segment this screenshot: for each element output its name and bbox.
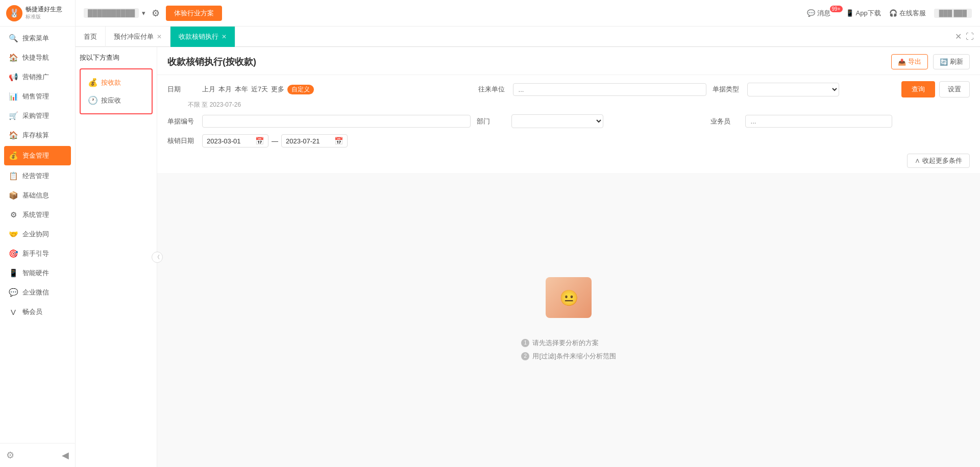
no-limit-label: 不限 至 2023-07-26 [188,101,241,108]
shortcut-last-month[interactable]: 上月 [202,85,215,94]
sidebar-item-wechat[interactable]: 💬 企业微信 [0,283,75,302]
sidebar-item-hardware[interactable]: 📱 智能硬件 [0,263,75,283]
sidebar-item-management[interactable]: 📋 经营管理 [0,166,75,186]
shortcut-7days[interactable]: 近7天 [251,85,268,94]
main-area: ██████████ ▾ ⚙ 体验行业方案 💬 消息 99+ 📱 App下载 🎧… [76,0,980,467]
tab-home[interactable]: 首页 [76,27,106,47]
industry-btn[interactable]: 体验行业方案 [166,6,222,21]
left-filter-panel: 按以下方查询 💰 按收款 🕐 按应收 《 [76,47,157,467]
filter-panel-title: 按以下方查询 [80,53,153,62]
sidebar-item-member[interactable]: V 畅会员 [0,302,75,322]
sidebar-item-basic[interactable]: 📦 基础信息 [0,186,75,205]
filter-row-3: 核销日期 2023-03-01 📅 — 2023-07-21 📅 [167,134,970,148]
dept-label: 部门 [477,117,507,126]
message-label: 消息 [817,9,830,18]
tip-item-2: 2 用[过滤]条件来缩小分析范围 [521,350,616,363]
setting-btn[interactable]: 设置 [939,81,970,97]
shortcut-this-year[interactable]: 本年 [235,85,248,94]
filter-receipt-label: 按收款 [101,78,121,87]
receipt-icon: 💰 [88,78,98,87]
collapse-more-btn[interactable]: ∧ 收起更多条件 [907,154,970,168]
member-icon: V [8,308,18,316]
left-panel-collapse-btn[interactable]: 《 [152,252,163,263]
tab-actions: ✕ ⛶ [955,32,980,41]
cooperation-icon: 🤝 [8,230,18,239]
topbar-gear-icon[interactable]: ⚙ [152,8,160,19]
user-avatar[interactable]: ███ ███ [934,9,972,18]
message-btn[interactable]: 💬 消息 99+ [807,9,838,18]
tip-text-2: 用[过滤]条件来缩小分析范围 [532,350,616,363]
message-badge: 99+ [830,6,843,12]
tab-prepay[interactable]: 预付冲应付单 ✕ [106,27,170,47]
online-service-btn[interactable]: 🎧 在线客服 [889,9,926,18]
wechat-icon: 💬 [8,288,18,297]
counterpart-label: 往来单位 [478,85,509,94]
purchase-icon: 🛒 [8,111,18,120]
sidebar-item-purchase[interactable]: 🛒 采购管理 [0,106,75,126]
tip-num-1: 1 [521,339,529,347]
sidebar-item-system[interactable]: ⚙ 系统管理 [0,205,75,225]
basic-icon: 📦 [8,191,18,200]
shortcut-more[interactable]: 更多 [271,85,284,94]
inventory-icon: 🏠 [8,131,18,140]
topbar-right: 💬 消息 99+ 📱 App下载 🎧 在线客服 ███ ███ [807,9,972,18]
filter-row-2: 单据编号 部门 业务员 [167,114,970,128]
company-selector[interactable]: ██████████ ▾ [84,8,145,18]
tip-item-1: 1 请先选择要分析的方案 [521,336,616,350]
shortcut-this-month[interactable]: 本月 [218,85,232,94]
close-tab-icon[interactable]: ✕ [955,32,962,41]
date-shortcuts: 上月 本月 本年 近7天 更多 自定义 [202,85,314,94]
sidebar-item-marketing[interactable]: 📢 营销推广 [0,67,75,87]
topbar: ██████████ ▾ ⚙ 体验行业方案 💬 消息 99+ 📱 App下载 🎧… [76,0,980,27]
export-btn[interactable]: 📤 导出 [891,54,928,69]
sidebar-item-guide[interactable]: 🎯 新手引导 [0,244,75,263]
tab-verification-label: 收款核销执行 [179,32,218,41]
app-label: App下载 [856,9,881,18]
sidebar-item-finance[interactable]: 💰 资金管理 [4,146,71,165]
verify-date-label: 核销日期 [167,136,198,145]
sidebar-nav: 🔍 搜索菜单 🏠 快捷导航 📢 营销推广 📊 销售管理 🛒 采购管理 🏠 库存核… [0,27,75,443]
filter-by-receivable[interactable]: 🕐 按应收 [85,91,148,109]
logo-title: 畅捷通好生意 [26,6,62,14]
filter-type-box: 💰 按收款 🕐 按应收 [80,68,153,114]
settings-icon[interactable]: ⚙ [6,450,14,461]
chevron-down-icon: ▾ [142,9,145,17]
expand-icon[interactable]: ⛶ [966,32,974,41]
sidebar-item-sales[interactable]: 📊 销售管理 [0,87,75,106]
dept-select[interactable] [511,114,603,128]
tab-verification-close-icon[interactable]: ✕ [222,33,227,40]
refresh-btn[interactable]: 🔄 刷新 [933,54,970,69]
logo-area: 🐰 畅捷通好生意 标准版 [0,0,75,27]
service-label: 在线客服 [899,9,926,18]
date-range-separator: — [272,137,278,145]
staff-label: 业务员 [710,117,741,126]
collapse-sidebar-icon[interactable]: ◀ [62,450,69,461]
sidebar-item-inventory[interactable]: 🏠 库存核算 [0,126,75,145]
counterpart-filter: 往来单位 [478,83,706,96]
bill-no-input[interactable] [202,115,471,128]
app-download-btn[interactable]: 📱 App下载 [846,9,881,18]
staff-input[interactable] [745,115,892,128]
counterpart-input[interactable] [513,83,706,96]
query-btn[interactable]: 查询 [901,81,935,97]
refresh-icon: 🔄 [940,58,948,66]
sidebar-item-cooperation[interactable]: 🤝 企业协同 [0,225,75,244]
empty-box: 😐 [546,277,592,318]
filter-by-receipt[interactable]: 💰 按收款 [85,73,148,91]
page-header: 收款核销执行(按收款) 📤 导出 🔄 刷新 [157,47,980,75]
bill-type-select[interactable] [747,83,839,96]
verify-date-start[interactable]: 2023-03-01 📅 [202,134,268,148]
system-icon: ⚙ [8,210,18,219]
sidebar-item-search[interactable]: 🔍 搜索菜单 [0,29,75,48]
bill-type-filter: 单据类型 [713,83,895,96]
verify-date-end[interactable]: 2023-07-21 📅 [281,134,348,148]
tab-verification[interactable]: 收款核销执行 ✕ [170,27,235,47]
filter-section: 日期 上月 本月 本年 近7天 更多 自定义 往来单位 [157,75,980,173]
finance-icon: 💰 [8,151,18,160]
shortcut-custom[interactable]: 自定义 [287,85,314,94]
sidebar-item-shortcuts[interactable]: 🏠 快捷导航 [0,48,75,67]
tab-prepay-close-icon[interactable]: ✕ [157,33,162,40]
management-icon: 📋 [8,171,18,181]
tab-home-label: 首页 [84,32,97,41]
tabbar: 首页 预付冲应付单 ✕ 收款核销执行 ✕ ✕ ⛶ [76,27,980,47]
